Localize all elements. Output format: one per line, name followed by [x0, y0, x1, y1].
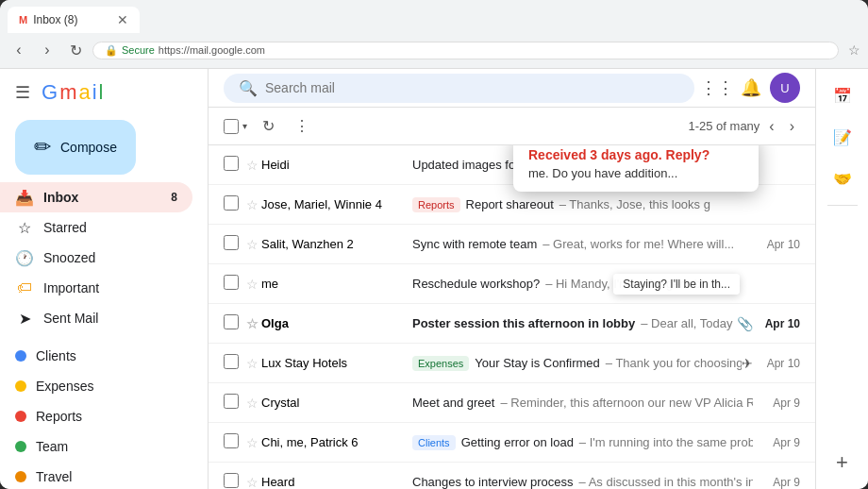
- email-preview: – Reminder, this afternoon our new VP Al…: [500, 396, 753, 410]
- table-row[interactable]: ☆ Chi, me, Patrick 6 Clients Getting err…: [209, 423, 815, 463]
- search-icon: 🔍: [239, 79, 258, 97]
- table-row[interactable]: ☆ Olga Poster session this afternoon in …: [209, 304, 815, 344]
- sidebar-item-team[interactable]: Team: [0, 431, 192, 462]
- more-actions-button[interactable]: ⋮: [289, 113, 315, 140]
- sidebar-item-inbox[interactable]: 📥 Inbox 8: [0, 182, 192, 212]
- prev-page-button[interactable]: ‹: [763, 116, 779, 137]
- back-button[interactable]: ‹: [8, 39, 30, 61]
- star-button[interactable]: ☆: [242, 158, 261, 173]
- right-sidebar-notes-button[interactable]: 📝: [824, 118, 861, 156]
- email-list: ☆ Heidi Updated images for website – Hi!…: [209, 145, 815, 489]
- table-row[interactable]: ☆ Heidi Updated images for website – Hi!…: [209, 145, 815, 185]
- sidebar: ☰ Gmail ✏ Compose 📥 Inbox 8 ☆ Starred 🕐 …: [0, 69, 208, 489]
- url-text: https://mail.google.com: [159, 44, 265, 56]
- gmail-logo: Gmail: [42, 80, 103, 105]
- table-row[interactable]: ☆ Lux Stay Hotels Expenses Your Stay is …: [209, 344, 815, 383]
- tab-favicon: M: [19, 14, 27, 25]
- star-button[interactable]: ☆: [242, 396, 261, 411]
- email-checkbox[interactable]: [224, 394, 242, 413]
- email-checkbox[interactable]: [224, 156, 242, 175]
- label-chip: Expenses: [412, 356, 469, 371]
- email-date: Apr 10: [753, 317, 800, 330]
- travel-color-dot: [15, 471, 26, 482]
- email-preview: – Dear all, Today in the first floor lob…: [641, 316, 737, 330]
- email-checkbox[interactable]: [224, 354, 242, 373]
- avatar[interactable]: U: [770, 73, 800, 103]
- right-sidebar-meet-button[interactable]: 🤝: [824, 160, 861, 197]
- star-button[interactable]: ☆: [242, 316, 261, 331]
- next-page-button[interactable]: ›: [784, 116, 800, 137]
- email-preview: – I'm running into the same problem. Res…: [579, 435, 753, 449]
- select-all-checkbox[interactable]: [224, 119, 239, 134]
- star-button[interactable]: ☆: [242, 435, 261, 450]
- clients-label: Clients: [36, 348, 76, 363]
- star-icon: ☆: [15, 219, 34, 237]
- table-row[interactable]: ☆ Heard Changes to interview process – A…: [209, 463, 815, 489]
- table-row[interactable]: ☆ Salit, Wanzhen 2 Sync with remote team…: [209, 225, 815, 264]
- right-sidebar-calendar-button[interactable]: 📅: [824, 76, 861, 114]
- sidebar-item-clients[interactable]: Clients: [0, 341, 192, 371]
- search-input[interactable]: [265, 80, 679, 95]
- sidebar-item-sent[interactable]: ➤ Sent Mail: [0, 303, 192, 333]
- sidebar-item-important[interactable]: 🏷 Important: [0, 273, 192, 303]
- clients-color-dot: [15, 350, 26, 362]
- email-subject: Your Stay is Confirmed: [475, 356, 599, 370]
- logo-i: i: [92, 80, 97, 105]
- url-bar[interactable]: 🔒 Secure https://mail.google.com: [92, 42, 839, 59]
- compose-plus-icon: ✏: [34, 135, 51, 160]
- logo-m: m: [59, 80, 76, 105]
- email-checkbox[interactable]: [224, 314, 242, 333]
- compose-button[interactable]: ✏ Compose: [15, 120, 136, 175]
- snoozed-icon: 🕐: [15, 249, 34, 267]
- table-row[interactable]: ☆ Crystal Meet and greet – Reminder, thi…: [209, 383, 815, 423]
- star-button[interactable]: ☆: [242, 237, 261, 252]
- apps-button[interactable]: ⋮⋮: [702, 73, 732, 103]
- sidebar-item-starred[interactable]: ☆ Starred: [0, 212, 192, 243]
- select-dropdown-arrow[interactable]: ▾: [242, 121, 247, 131]
- email-subject: Report shareout: [466, 197, 554, 211]
- sender-name: Chi, me, Patrick 6: [261, 435, 412, 449]
- email-content: Reports Report shareout – Thanks, Jose, …: [412, 197, 753, 212]
- forward-button[interactable]: ›: [36, 39, 58, 61]
- sidebar-header: ☰ Gmail: [0, 73, 208, 112]
- table-row[interactable]: ☆ me Reschedule workshop? – Hi Mandy, I'…: [209, 264, 815, 304]
- hamburger-menu-button[interactable]: ☰: [15, 82, 30, 103]
- email-checkbox[interactable]: [224, 433, 242, 452]
- attachment-icon: 📎: [737, 316, 753, 331]
- email-checkbox[interactable]: [224, 473, 242, 490]
- active-tab[interactable]: M Inbox (8) ✕: [8, 7, 140, 33]
- notifications-button[interactable]: 🔔: [736, 73, 766, 103]
- star-button[interactable]: ☆: [242, 475, 261, 490]
- email-checkbox[interactable]: [224, 235, 242, 254]
- sidebar-item-expenses[interactable]: Expenses: [0, 371, 192, 401]
- email-subject: Changes to interview process: [412, 475, 574, 489]
- bookmark-button[interactable]: ☆: [848, 42, 860, 58]
- refresh-emails-button[interactable]: ↻: [255, 113, 281, 140]
- browser-chrome: M Inbox (8) ✕ ‹ › ↻ 🔒 Secure https://mai…: [0, 0, 868, 69]
- email-content: Expenses Your Stay is Confirmed – Thank …: [412, 356, 742, 371]
- right-sidebar-add-button[interactable]: +: [824, 444, 861, 481]
- star-button[interactable]: ☆: [242, 197, 261, 212]
- sent-icon: ➤: [15, 310, 34, 328]
- star-button[interactable]: ☆: [242, 277, 261, 292]
- email-date: Apr 10: [753, 357, 800, 370]
- sidebar-item-travel[interactable]: Travel: [0, 462, 192, 489]
- sidebar-item-snoozed[interactable]: 🕐 Snoozed: [0, 243, 192, 273]
- logo-a: a: [78, 80, 90, 105]
- tab-close-button[interactable]: ✕: [117, 12, 128, 27]
- sender-name: Lux Stay Hotels: [261, 356, 412, 370]
- email-checkbox[interactable]: [224, 195, 242, 214]
- travel-label: Travel: [36, 469, 72, 484]
- tab-bar: M Inbox (8) ✕: [0, 0, 868, 34]
- address-bar: ‹ › ↻ 🔒 Secure https://mail.google.com ☆: [0, 34, 868, 68]
- refresh-button[interactable]: ↻: [64, 39, 87, 61]
- search-bar[interactable]: 🔍: [224, 74, 694, 103]
- secure-label: Secure: [122, 44, 155, 56]
- email-preview: – As discussed in this month's interview…: [579, 475, 753, 489]
- snoozed-label: Snoozed: [43, 250, 95, 265]
- tooltip-line2: me. Do you have addition...: [528, 166, 743, 180]
- email-checkbox[interactable]: [224, 275, 242, 294]
- sidebar-item-reports[interactable]: Reports: [0, 401, 192, 431]
- label-chip: Reports: [412, 197, 460, 212]
- star-button[interactable]: ☆: [242, 356, 261, 371]
